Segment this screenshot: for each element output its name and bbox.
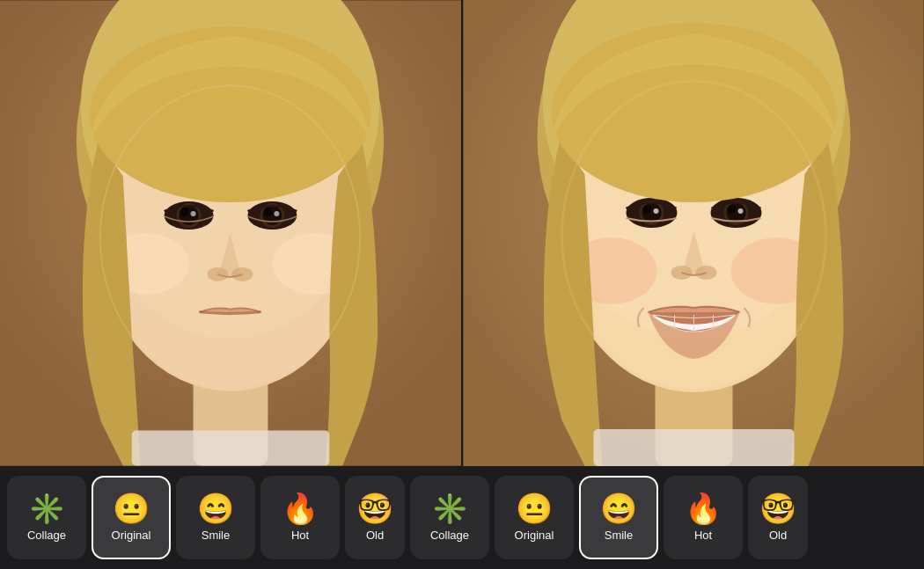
smile-left-icon: 😄: [197, 493, 234, 523]
hot-left-label: Hot: [291, 529, 309, 542]
tool-smile-left[interactable]: 😄 Smile: [176, 476, 255, 559]
tool-old-right[interactable]: 🤓 Old: [748, 476, 808, 559]
original-right-icon: 😐: [516, 493, 553, 523]
original-left-label: Original: [112, 529, 151, 542]
hot-left-icon: 🔥: [282, 493, 319, 523]
svg-rect-55: [594, 429, 795, 466]
old-left-icon: 🤓: [356, 493, 393, 523]
smile-left-label: Smile: [202, 529, 231, 542]
svg-point-42: [643, 205, 652, 214]
svg-point-16: [191, 211, 196, 216]
svg-point-20: [263, 208, 272, 216]
toolbar: ✳️ Collage 😐 Original 😄 Smile 🔥 Hot 🤓 Ol…: [0, 466, 924, 569]
old-right-label: Old: [769, 529, 787, 542]
hot-right-icon: 🔥: [685, 493, 722, 523]
tool-collage-right[interactable]: ✳️ Collage: [410, 476, 489, 559]
old-left-label: Old: [366, 529, 384, 542]
old-right-icon: 🤓: [759, 493, 796, 523]
tool-collage-left[interactable]: ✳️ Collage: [7, 476, 86, 559]
svg-point-47: [728, 205, 737, 214]
original-right-label: Original: [515, 529, 554, 542]
right-photo-panel: [463, 0, 924, 466]
svg-point-48: [738, 208, 744, 214]
left-photo-panel: [0, 0, 461, 466]
svg-point-15: [180, 208, 189, 216]
svg-point-43: [654, 208, 659, 214]
smile-right-icon: 😄: [600, 493, 637, 523]
tool-original-left[interactable]: 😐 Original: [92, 476, 171, 559]
tool-old-left[interactable]: 🤓 Old: [345, 476, 405, 559]
toolbar-left-group: ✳️ Collage 😐 Original 😄 Smile 🔥 Hot 🤓 Ol…: [7, 476, 405, 559]
tool-smile-right[interactable]: 😄 Smile: [579, 476, 658, 559]
toolbar-right-group: ✳️ Collage 😐 Original 😄 Smile 🔥 Hot 🤓 Ol…: [410, 476, 808, 559]
collage-left-icon: ✳️: [28, 493, 65, 523]
collage-right-icon: ✳️: [431, 493, 468, 523]
left-face-svg: [0, 0, 461, 466]
svg-point-21: [274, 211, 279, 216]
tool-hot-left[interactable]: 🔥 Hot: [260, 476, 340, 559]
hot-right-label: Hot: [694, 529, 712, 542]
collage-left-label: Collage: [27, 529, 66, 542]
right-photo-canvas: [463, 0, 924, 466]
right-face-svg: [463, 0, 924, 466]
tool-hot-right[interactable]: 🔥 Hot: [664, 476, 743, 559]
svg-rect-25: [132, 431, 330, 466]
app-container: ✳️ Collage 😐 Original 😄 Smile 🔥 Hot 🤓 Ol…: [0, 0, 924, 569]
tool-original-right[interactable]: 😐 Original: [495, 476, 574, 559]
left-photo-canvas: [0, 0, 461, 466]
original-left-icon: 😐: [113, 493, 150, 523]
collage-right-label: Collage: [430, 529, 469, 542]
smile-right-label: Smile: [605, 529, 634, 542]
photos-row: [0, 0, 924, 466]
